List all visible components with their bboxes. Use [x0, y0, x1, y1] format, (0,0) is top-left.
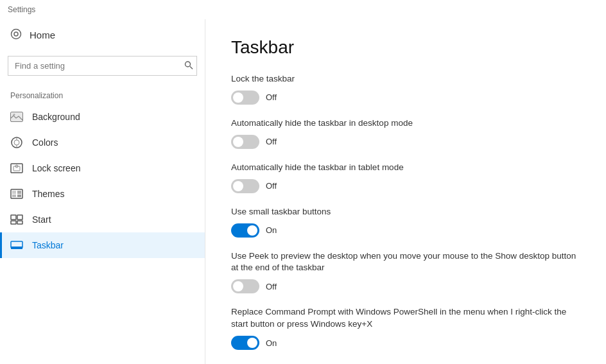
colors-label: Colors [32, 137, 58, 148]
home-icon [10, 28, 22, 42]
content-area: Home Personalization Back [0, 19, 606, 364]
small-buttons-toggle-row: On [231, 223, 580, 238]
sidebar: Home Personalization Back [0, 19, 205, 364]
peek-track [231, 279, 259, 293]
personalization-label: Personalization [0, 86, 205, 104]
lock-taskbar-track [231, 91, 259, 105]
svg-rect-18 [17, 195, 21, 197]
hide-desktop-track [231, 135, 259, 149]
sidebar-item-taskbar[interactable]: Taskbar [0, 232, 205, 258]
svg-rect-12 [13, 166, 20, 171]
hide-desktop-toggle[interactable] [231, 135, 259, 149]
powershell-toggle[interactable] [231, 336, 259, 350]
svg-point-2 [186, 62, 191, 67]
setting-small-buttons: Use small taskbar buttons On [231, 206, 580, 238]
search-button[interactable] [184, 60, 193, 71]
lock-screen-label: Lock screen [32, 163, 80, 173]
search-input[interactable] [8, 56, 197, 76]
hide-desktop-value: Off [266, 137, 277, 146]
lock-taskbar-label: Lock the taskbar [231, 73, 580, 85]
svg-rect-17 [12, 195, 16, 197]
sidebar-item-lock-screen[interactable]: Lock screen [0, 155, 205, 181]
peek-thumb [233, 281, 243, 291]
background-label: Background [32, 112, 80, 122]
hide-tablet-track [231, 179, 259, 193]
sidebar-item-start[interactable]: Start [0, 207, 205, 232]
svg-rect-24 [11, 247, 22, 249]
home-button[interactable]: Home [0, 19, 205, 51]
background-icon [10, 110, 23, 123]
powershell-track [231, 336, 259, 350]
small-buttons-thumb [247, 225, 257, 236]
themes-label: Themes [32, 189, 65, 199]
powershell-label: Replace Command Prompt with Windows Powe… [231, 306, 580, 331]
setting-hide-desktop: Automatically hide the taskbar in deskto… [231, 117, 580, 149]
svg-rect-20 [17, 215, 22, 220]
powershell-value: On [266, 338, 277, 348]
setting-lock-taskbar: Lock the taskbar Off [231, 73, 580, 105]
hide-tablet-toggle-row: Off [231, 179, 580, 193]
themes-icon [10, 187, 23, 200]
hide-desktop-toggle-row: Off [231, 135, 580, 149]
peek-toggle[interactable] [231, 279, 259, 293]
svg-rect-15 [12, 191, 16, 194]
setting-hide-tablet: Automatically hide the taskbar in tablet… [231, 162, 580, 193]
page-title: Taskbar [231, 37, 580, 58]
home-label: Home [30, 30, 55, 40]
svg-line-3 [190, 66, 193, 69]
hide-tablet-value: Off [266, 181, 277, 191]
svg-rect-21 [11, 221, 16, 224]
search-box [8, 56, 197, 76]
hide-tablet-toggle[interactable] [231, 179, 259, 193]
lock-screen-icon [10, 162, 23, 175]
svg-point-0 [12, 30, 21, 39]
lock-taskbar-toggle-row: Off [231, 91, 580, 105]
app-title: Settings [8, 5, 35, 14]
lock-taskbar-toggle[interactable] [231, 91, 259, 105]
hide-tablet-thumb [233, 181, 243, 191]
sidebar-item-background[interactable]: Background [0, 104, 205, 130]
small-buttons-toggle[interactable] [231, 223, 259, 238]
lock-taskbar-thumb [233, 92, 243, 103]
small-buttons-value: On [266, 225, 277, 235]
taskbar-label: Taskbar [32, 240, 64, 250]
svg-rect-19 [11, 215, 16, 220]
hide-tablet-label: Automatically hide the taskbar in tablet… [231, 162, 580, 174]
setting-peek: Use Peek to preview the desktop when you… [231, 250, 580, 294]
lock-taskbar-value: Off [266, 92, 277, 102]
svg-point-6 [13, 114, 15, 116]
powershell-toggle-row: On [231, 336, 580, 350]
svg-point-8 [14, 140, 19, 145]
small-buttons-label: Use small taskbar buttons [231, 206, 580, 218]
setting-powershell: Replace Command Prompt with Windows Powe… [231, 306, 580, 350]
sidebar-item-colors[interactable]: Colors [0, 130, 205, 155]
svg-point-1 [14, 32, 18, 36]
svg-rect-16 [17, 191, 21, 194]
powershell-thumb [247, 338, 257, 348]
start-icon [10, 213, 23, 226]
main-content: Taskbar Lock the taskbar Off Automatical… [205, 19, 606, 364]
peek-label: Use Peek to preview the desktop when you… [231, 250, 580, 275]
peek-toggle-row: Off [231, 279, 580, 293]
hide-desktop-thumb [233, 137, 243, 147]
peek-value: Off [266, 282, 277, 291]
sidebar-item-themes[interactable]: Themes [0, 181, 205, 207]
colors-icon [10, 136, 23, 149]
taskbar-icon [10, 239, 23, 252]
hide-desktop-label: Automatically hide the taskbar in deskto… [231, 117, 580, 130]
title-bar: Settings [0, 0, 606, 19]
svg-rect-22 [17, 221, 22, 224]
start-label: Start [32, 214, 51, 225]
small-buttons-track [231, 223, 259, 238]
